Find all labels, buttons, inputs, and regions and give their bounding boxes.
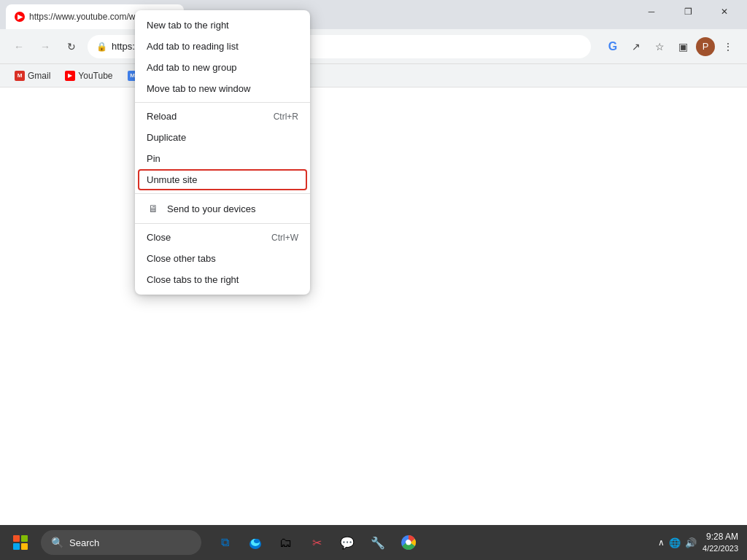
maximize-button[interactable]: ❒ (671, 0, 705, 23)
menu-item-duplicate[interactable]: Duplicate (135, 127, 310, 148)
calendar-date: 4/22/2023 (703, 543, 738, 554)
svg-point-5 (406, 540, 411, 545)
menu-item-move-tab-window[interactable]: Move tab to new window (135, 78, 310, 99)
chevron-up-icon[interactable]: ∧ (658, 537, 665, 548)
youtube-favicon: ▶ (65, 71, 75, 81)
address-bar: ← → ↻ 🔒 https://www.youtube.com/watch G … (0, 29, 747, 64)
clock: 9:28 AM (703, 531, 738, 543)
gmail-label: Gmail (28, 71, 50, 81)
title-bar: ▶ https://www.youtube.com/watch... ✕ + ─… (0, 0, 747, 29)
menu-separator-3 (135, 223, 310, 224)
taskbar-search-text: Search (69, 537, 99, 548)
bookmark-youtube[interactable]: ▶ YouTube (59, 69, 118, 82)
menu-label-move-tab-window: Move tab to new window (147, 83, 250, 94)
svg-point-2 (254, 539, 260, 543)
lock-icon: 🔒 (96, 42, 107, 52)
taskbar-app-teams[interactable]: 💬 (333, 528, 362, 557)
taskbar-app-edge[interactable] (241, 528, 270, 557)
menu-item-reload[interactable]: Reload Ctrl+R (135, 106, 310, 127)
menu-label-duplicate: Duplicate (147, 132, 186, 143)
google-search-icon[interactable]: G (603, 36, 623, 57)
gmail-favicon: M (15, 71, 25, 81)
menu-item-add-new-group[interactable]: Add tab to new group (135, 57, 310, 78)
menu-label-add-reading-list: Add tab to reading list (147, 41, 239, 52)
menu-item-new-tab-right[interactable]: New tab to the right (135, 15, 310, 36)
menu-label-add-new-group: Add tab to new group (147, 62, 237, 73)
minimize-button[interactable]: ─ (635, 0, 668, 23)
menu-item-send-devices[interactable]: 🖥 Send to your devices (135, 197, 310, 220)
taskbar-app-chrome[interactable] (394, 528, 423, 557)
tab-favicon: ▶ (15, 12, 25, 22)
system-tray: ∧ 🌐 🔊 9:28 AM 4/22/2023 (658, 531, 738, 554)
volume-icon[interactable]: 🔊 (685, 537, 697, 548)
tray-icons: ∧ 🌐 🔊 (658, 537, 697, 548)
time-date-display[interactable]: 9:28 AM 4/22/2023 (703, 531, 738, 554)
taskbar: 🔍 Search ⧉ 🗂 ✂ 💬 🔧 (0, 525, 747, 560)
menu-label-pin: Pin (147, 153, 160, 164)
start-button[interactable] (9, 531, 32, 554)
browser-menu-icon[interactable]: ⋮ (718, 36, 738, 57)
toolbar-icons: G ↗ ☆ ▣ P ⋮ (603, 36, 738, 57)
network-icon[interactable]: 🌐 (669, 537, 681, 548)
taskbar-app-devtools[interactable]: 🔧 (363, 528, 392, 557)
menu-label-send-devices: Send to your devices (167, 203, 255, 214)
menu-label-close: Close (147, 232, 171, 243)
bookmark-gmail[interactable]: M Gmail (9, 69, 56, 82)
reading-list-icon[interactable]: ▣ (673, 36, 693, 57)
menu-item-close-tabs-right[interactable]: Close tabs to the right (135, 269, 310, 290)
context-menu: New tab to the right Add tab to reading … (135, 10, 310, 295)
menu-label-new-tab-right: New tab to the right (147, 20, 229, 31)
menu-label-reload: Reload (147, 111, 177, 122)
browser-window: ▶ https://www.youtube.com/watch... ✕ + ─… (0, 0, 747, 560)
bookmark-star-icon[interactable]: ☆ (649, 36, 670, 57)
taskbar-app-snipping[interactable]: ✂ (302, 528, 331, 557)
reload-button[interactable]: ↻ (61, 36, 82, 57)
taskbar-apps: ⧉ 🗂 ✂ 💬 🔧 (210, 528, 423, 557)
menu-item-pin[interactable]: Pin (135, 148, 310, 169)
taskbar-search-box[interactable]: 🔍 Search (41, 530, 201, 555)
menu-item-close[interactable]: Close Ctrl+W (135, 227, 310, 248)
taskbar-app-fileexplorer[interactable]: 🗂 (271, 528, 301, 557)
window-controls: ─ ❒ ✕ (635, 0, 741, 23)
menu-label-unmute-site: Unmute site (147, 174, 197, 185)
youtube-label: YouTube (78, 71, 112, 81)
main-content (0, 88, 747, 525)
share-icon[interactable]: ↗ (626, 36, 646, 57)
menu-label-close-tabs-right: Close tabs to the right (147, 274, 239, 285)
profile-avatar[interactable]: P (696, 37, 715, 56)
send-devices-icon: 🖥 (147, 202, 160, 215)
bookmarks-bar: M Gmail ▶ YouTube M (0, 64, 747, 88)
forward-button[interactable]: → (35, 36, 55, 57)
back-button[interactable]: ← (9, 36, 29, 57)
menu-shortcut-reload: Ctrl+R (274, 112, 298, 122)
menu-separator-2 (135, 193, 310, 194)
windows-logo (13, 535, 28, 550)
close-button[interactable]: ✕ (708, 0, 741, 23)
taskbar-search-icon: 🔍 (51, 537, 63, 548)
menu-item-add-reading-list[interactable]: Add tab to reading list (135, 36, 310, 57)
menu-label-close-other-tabs: Close other tabs (147, 253, 216, 264)
taskbar-app-taskview[interactable]: ⧉ (210, 528, 239, 557)
menu-item-close-other-tabs[interactable]: Close other tabs (135, 248, 310, 269)
menu-item-unmute-site[interactable]: Unmute site (138, 169, 307, 190)
menu-separator-1 (135, 102, 310, 103)
menu-shortcut-close: Ctrl+W (271, 233, 298, 243)
